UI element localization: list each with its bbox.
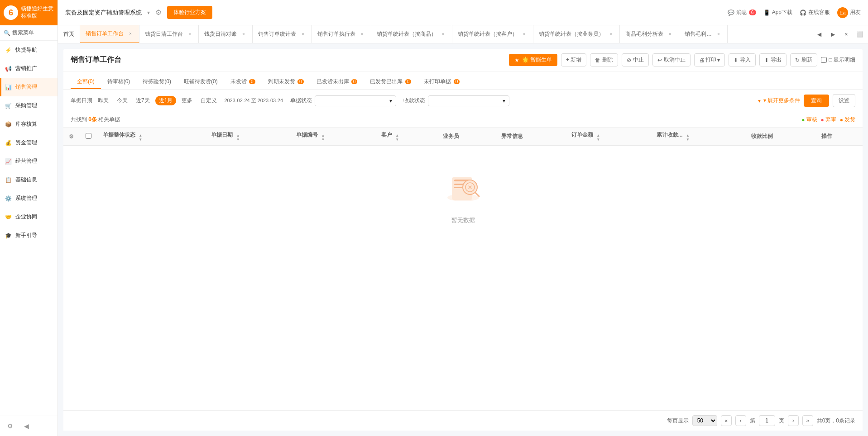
sidebar-item-search[interactable]: 🔍 搜索菜单 (0, 25, 58, 41)
tab-close-icon[interactable]: × (715, 31, 722, 38)
message-action[interactable]: 💬 消息 6 (728, 9, 756, 16)
sub-tab-not-shipped[interactable]: 未发货 0 (224, 75, 262, 89)
sub-tab-pending-review[interactable]: 待审核(0) (101, 75, 137, 89)
per-page-select[interactable]: 50 100 200 (692, 415, 717, 426)
sidebar-item-system[interactable]: ⚙️ 系统管理 (0, 189, 58, 208)
settings-gear-button[interactable]: ⚙ (155, 8, 162, 17)
set-button[interactable]: 设置 (833, 94, 855, 107)
app-icon: 📱 (763, 9, 770, 16)
import-icon: ⬇ (734, 57, 738, 63)
query-button[interactable]: 查询 (804, 95, 829, 107)
sidebar-item-guide[interactable]: 🎓 新手引导 (0, 226, 58, 245)
content-area: 销售订单工作台 ★ 🌟 智能生单 + 新增 🗑 删除 ⊘ 中止 (58, 43, 868, 436)
add-button[interactable]: + 新增 (561, 53, 586, 66)
sub-tab-pending-check[interactable]: 待拣验货(0) (136, 75, 177, 89)
export-button[interactable]: ⬆ 导出 (759, 53, 786, 66)
sidebar-item-marketing[interactable]: 📢 营销推广 (0, 59, 58, 78)
tab-close-icon[interactable]: × (187, 31, 193, 38)
tab-sales-stats[interactable]: 销售订单统计表 × (253, 25, 312, 43)
sidebar-item-finance[interactable]: 💰 资金管理 (0, 133, 58, 152)
col-settings[interactable]: ⚙ (63, 128, 79, 146)
app-download-action[interactable]: 📱 App下载 (763, 9, 792, 16)
sub-tab-wangpu-pending[interactable]: 旺铺待发货(0) (177, 75, 224, 89)
sub-tab-not-printed[interactable]: 未打印单据 0 (417, 75, 466, 89)
refresh-button[interactable]: ↻ 刷新 (790, 53, 817, 66)
sidebar-item-inventory[interactable]: 📦 库存核算 (0, 115, 58, 133)
delete-icon: 🗑 (595, 57, 600, 63)
tab-close-all-button[interactable]: × (840, 28, 853, 41)
experience-button[interactable]: 体验行业方案 (167, 6, 212, 19)
import-button[interactable]: ⬇ 导入 (729, 53, 756, 66)
status-select[interactable]: ▾ (315, 95, 396, 106)
tab-close-icon[interactable]: × (521, 31, 528, 38)
sub-tab-shipped-out[interactable]: 已发货已出库 0 (364, 75, 417, 89)
online-service-action[interactable]: 🎧 在线客服 (800, 9, 830, 16)
detail-checkbox-input[interactable] (821, 57, 827, 63)
date-btn-more[interactable]: 更多 (179, 96, 195, 105)
review-button[interactable]: ● 审核 (801, 116, 817, 123)
tab-sales-customer[interactable]: 销货单统计表（按客户） × (452, 25, 533, 43)
shipped-not-out-badge: 0 (351, 79, 358, 84)
page-input[interactable] (759, 415, 775, 426)
cancel-stop-button[interactable]: ↩ 取消中止 (652, 53, 691, 66)
next-page-button[interactable]: › (788, 415, 799, 426)
tab-close-icon[interactable]: × (667, 31, 673, 38)
settings-button[interactable]: ⚙ (4, 420, 16, 432)
user-action[interactable]: Ea 用友 (837, 7, 861, 18)
quick-nav-icon: ⚡ (5, 47, 12, 53)
date-btn-yesterday[interactable]: 昨天 (95, 96, 111, 105)
select-all-checkbox[interactable] (86, 133, 91, 139)
page-suffix: 页 (779, 417, 784, 425)
date-btn-today[interactable]: 今天 (114, 96, 130, 105)
date-btn-custom[interactable]: 自定义 (198, 96, 220, 105)
prev-page-button[interactable]: ‹ (735, 415, 746, 426)
sidebar-item-quick-nav[interactable]: ⚡ 快捷导航 (0, 41, 58, 59)
sidebar-item-cooperation[interactable]: 🤝 企业协同 (0, 208, 58, 226)
service-icon: 🎧 (800, 9, 806, 16)
payment-select[interactable]: ▾ (428, 95, 509, 106)
tab-sales-order-workbench[interactable]: 销售订单工作台 × (80, 25, 139, 43)
unreview-button[interactable]: ● 弃审 (821, 116, 836, 123)
star-icon: ★ (514, 57, 519, 63)
tab-close-icon[interactable]: × (359, 31, 365, 38)
smart-create-button[interactable]: ★ 🌟 智能生单 (509, 54, 557, 66)
col-checkbox[interactable] (79, 128, 97, 146)
date-btn-7days[interactable]: 近7天 (133, 96, 153, 105)
sub-tab-overdue[interactable]: 到期未发货 0 (262, 75, 310, 89)
last-page-button[interactable]: » (802, 415, 813, 426)
tab-daily-clear[interactable]: 钱货日清工作台 × (139, 25, 199, 43)
tab-profit[interactable]: 商品毛利分析表 × (620, 25, 679, 43)
tab-sales-exec[interactable]: 销售订单执行表 × (312, 25, 371, 43)
stop-button[interactable]: ⊘ 中止 (622, 53, 649, 66)
main-content: 装备及固定资产辅助管理系统 ▾ ⚙ 体验行业方案 💬 消息 6 📱 App下载 … (58, 0, 868, 436)
col-amount: 订单金额 ▲▼ (566, 128, 651, 146)
sidebar-item-sales[interactable]: 📊 销售管理 (0, 78, 58, 96)
sidebar-item-purchase[interactable]: 🛒 采购管理 (0, 96, 58, 115)
tab-close-icon[interactable]: × (300, 31, 306, 38)
show-detail-checkbox[interactable]: □ 显示明细 (821, 56, 855, 64)
sidebar-item-basic-info[interactable]: 📋 基础信息 (0, 171, 58, 189)
sidebar-item-operations[interactable]: 📈 经营管理 (0, 152, 58, 171)
tab-daily-reconcile[interactable]: 钱货日清对账 × (199, 25, 253, 43)
tab-close-icon[interactable]: × (127, 31, 134, 37)
sub-tab-all[interactable]: 全部(0) (71, 75, 101, 89)
tab-sales-staff[interactable]: 销货单统计表（按业务员） × (533, 25, 620, 43)
first-page-button[interactable]: « (721, 415, 732, 426)
delete-button[interactable]: 🗑 删除 (590, 53, 618, 66)
tab-home[interactable]: 首页 (58, 25, 80, 43)
print-button[interactable]: 🖨 打印 ▾ (694, 53, 725, 66)
tab-maximize-button[interactable]: ⬜ (854, 28, 866, 41)
tab-next-button[interactable]: ▶ (826, 28, 839, 41)
sub-tab-shipped-not-out[interactable]: 已发货未出库 0 (310, 75, 364, 89)
tab-close-icon[interactable]: × (240, 31, 247, 38)
tab-sales-product[interactable]: 销货单统计表（按商品） × (371, 25, 452, 43)
expand-conditions-button[interactable]: ▾ ▾ 展开更多条件 (758, 97, 800, 104)
tab-close-icon[interactable]: × (608, 31, 614, 38)
ship-button[interactable]: ● 发货 (840, 116, 855, 123)
cancel-stop-icon: ↩ (657, 57, 662, 63)
tab-prev-button[interactable]: ◀ (813, 28, 825, 41)
tab-sales-profit[interactable]: 销售毛利… × (679, 25, 728, 43)
date-btn-1month[interactable]: 近1月 (155, 96, 177, 105)
tab-close-icon[interactable]: × (440, 31, 446, 38)
collapse-button[interactable]: ◀ (20, 420, 33, 432)
